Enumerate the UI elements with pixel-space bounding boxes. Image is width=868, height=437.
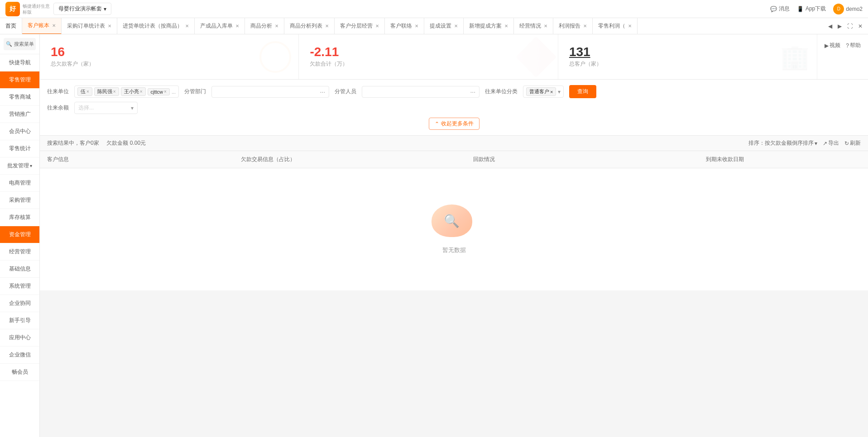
export-action[interactable]: ↗ 导出 [823, 139, 839, 147]
close-tab-goods-analysis-list[interactable]: ✕ [325, 24, 329, 28]
tab-new-improve[interactable]: 新增提成方案 ✕ [464, 18, 514, 34]
result-actions: 排序：按欠款金额倒序排序 ▾ ↗ 导出 ↻ 刷新 [748, 139, 861, 147]
filter-area: 往来单位 伍 × 陈民强 × 王小亮 × cjttcw [40, 80, 868, 136]
sort-dropdown[interactable]: 排序：按欠款金额倒序排序 ▾ [748, 139, 817, 147]
close-tab-new-improve[interactable]: ✕ [504, 24, 508, 28]
tab-home[interactable]: 首页 [0, 18, 22, 34]
balance-select[interactable]: 选择... ▾ [74, 102, 138, 114]
close-tab-retail-profit[interactable]: ✕ [628, 24, 632, 28]
sidebar-item-marketing[interactable]: 营销推广 [0, 106, 39, 123]
sidebar-item-enterprise[interactable]: 企业协同 [0, 295, 39, 312]
tab-goods-analysis[interactable]: 商品分析 ✕ [245, 18, 284, 34]
close-tab-customer-tier[interactable]: ✕ [375, 24, 379, 28]
sidebar-item-retail-stat[interactable]: 零售统计 [0, 140, 39, 157]
close-tab-goods-analysis[interactable]: ✕ [275, 24, 278, 28]
person-label: 分管人员 [335, 88, 356, 95]
avatar: D [833, 4, 844, 14]
tab-customer-book[interactable]: 客户账本 ✕ [22, 18, 62, 34]
stat-total-debt: -2.11 欠款合计（万） [299, 34, 558, 79]
dept-dots-icon: ··· [320, 88, 325, 95]
close-tab-customer-connect[interactable]: ✕ [415, 24, 418, 28]
sidebar-item-system[interactable]: 系统管理 [0, 278, 39, 295]
collapse-button[interactable]: ⌃ 收起更多条件 [429, 118, 480, 130]
sidebar-item-finance[interactable]: 资金管理 [0, 226, 39, 243]
stat-info-all: 131 总客户（家） [569, 46, 602, 68]
remove-tag-wang[interactable]: × [140, 89, 143, 94]
dept-select[interactable]: ··· [211, 86, 329, 98]
sidebar-item-newbie[interactable]: 新手引导 [0, 312, 39, 329]
sidebar-item-member[interactable]: 会员中心 [0, 123, 39, 140]
sidebar-search-area: 🔍 搜索菜单 [0, 34, 39, 54]
nav-tabs-end: ◀ ▶ ⛶ ✕ [823, 22, 868, 30]
tab-purchase-stat[interactable]: 进货单统计表（按商品） ✕ [117, 18, 195, 34]
workspace-selector[interactable]: 母婴行业演示帐套 ▾ [53, 3, 111, 15]
stat-total-all: 131 总客户（家） 🏢 [558, 34, 817, 79]
tab-improve-settings[interactable]: 提成设置 ✕ [424, 18, 464, 34]
tab-business-status[interactable]: 经营情况 ✕ [514, 18, 553, 34]
close-tab-profit-report[interactable]: ✕ [583, 24, 587, 28]
tab-goods-analysis-list[interactable]: 商品分析列表 ✕ [284, 18, 335, 34]
sidebar-item-basic[interactable]: 基础信息 [0, 261, 39, 278]
video-action[interactable]: ▶ 视频 [825, 42, 840, 49]
sidebar-item-retail-mall[interactable]: 零售商城 [0, 89, 39, 106]
tag-wu[interactable]: 伍 × [77, 87, 92, 96]
tabs-maximize-icon[interactable]: ⛶ [845, 22, 854, 30]
sidebar-item-wholesale[interactable]: 批发管理 ▾ [0, 157, 39, 175]
tabs-prev-icon[interactable]: ◀ [826, 22, 834, 30]
tab-customer-connect[interactable]: 客户联络 ✕ [385, 18, 424, 34]
tab-customer-tier[interactable]: 客户分层经营 ✕ [335, 18, 385, 34]
close-tab-purchase-order[interactable]: ✕ [108, 24, 111, 28]
tabs-next-icon[interactable]: ▶ [836, 22, 844, 30]
help-action[interactable]: ? 帮助 [846, 42, 861, 49]
sidebar-item-retail[interactable]: 零售管理 [0, 71, 39, 89]
remove-tag-chen[interactable]: × [113, 89, 116, 94]
export-icon: ↗ [823, 140, 827, 147]
stat-total-customers: 16 总欠款客户（家） [40, 34, 299, 79]
tabs-close-icon[interactable]: ✕ [856, 22, 864, 30]
tag-wang[interactable]: 王小亮 × [121, 87, 146, 96]
tab-retail-profit[interactable]: 零售利润（ ✕ [593, 18, 638, 34]
close-tab-purchase-stat[interactable]: ✕ [185, 24, 189, 28]
stat-icon-bg-customers [259, 41, 291, 73]
user-action[interactable]: D demo2 [833, 4, 863, 14]
refresh-action[interactable]: ↻ 刷新 [844, 139, 861, 147]
close-tab-business-status[interactable]: ✕ [544, 24, 547, 28]
tag-cjttcw[interactable]: cjttcw × [148, 88, 170, 95]
sidebar-item-ecommerce[interactable]: 电商管理 [0, 175, 39, 192]
close-tab-cost-in[interactable]: ✕ [235, 24, 239, 28]
tab-cost-in[interactable]: 产成品入库单 ✕ [195, 18, 245, 34]
stat-info-debt: -2.11 欠款合计（万） [310, 46, 348, 68]
download-action[interactable]: 📱 App下载 [797, 5, 826, 13]
collapse-area: ⌃ 收起更多条件 [47, 118, 861, 130]
logo-text: 畅捷通好生意 标版 [23, 3, 50, 15]
remove-customer-type[interactable]: × [550, 89, 553, 95]
tag-chen[interactable]: 陈民强 × [94, 87, 119, 96]
close-tab-improve-settings[interactable]: ✕ [454, 24, 458, 28]
close-tab-customer-book[interactable]: ✕ [52, 23, 56, 28]
sidebar-item-vip[interactable]: 畅会员 [0, 364, 39, 381]
sidebar-item-operation[interactable]: 经营管理 [0, 243, 39, 261]
sidebar-item-quick-nav[interactable]: 快捷导航 [0, 54, 39, 71]
main-layout: 🔍 搜索菜单 快捷导航 零售管理 零售商城 营销推广 会员中心 零售统计 批发管… [0, 34, 868, 437]
sidebar-item-purchase[interactable]: 采购管理 [0, 192, 39, 209]
sidebar-item-inventory[interactable]: 库存核算 [0, 209, 39, 226]
col-header-date: 到期未收款日期 [706, 156, 861, 163]
tab-profit-report[interactable]: 利润报告 ✕ [553, 18, 593, 34]
customer-type-tag[interactable]: 普通客户 × [526, 87, 556, 96]
sidebar-search-button[interactable]: 🔍 搜索菜单 [4, 38, 36, 50]
top-bar-right: 💬 消息 📱 App下载 D demo2 [770, 4, 863, 14]
person-select[interactable]: ··· [362, 86, 480, 98]
sidebar-item-app-center[interactable]: 应用中心 [0, 329, 39, 347]
message-action[interactable]: 💬 消息 [770, 5, 790, 13]
unit-type-select[interactable]: 普通客户 × ▾ [523, 86, 564, 98]
sidebar-item-corp-wechat[interactable]: 企业微信 [0, 347, 39, 364]
filter-more-btn[interactable]: ... [172, 89, 176, 95]
stat-value-all: 131 [569, 46, 602, 58]
stat-icon-bg-debt [522, 43, 551, 71]
remove-tag-wu[interactable]: × [86, 89, 89, 94]
tab-purchase-order[interactable]: 采购订单统计表 ✕ [62, 18, 117, 34]
remove-tag-cjttcw[interactable]: × [164, 89, 167, 94]
query-button[interactable]: 查询 [569, 85, 596, 98]
filter-row-2: 往来余额 选择... ▾ [47, 102, 861, 114]
unit-filter-tags[interactable]: 伍 × 陈民强 × 王小亮 × cjttcw × ... [74, 86, 179, 98]
